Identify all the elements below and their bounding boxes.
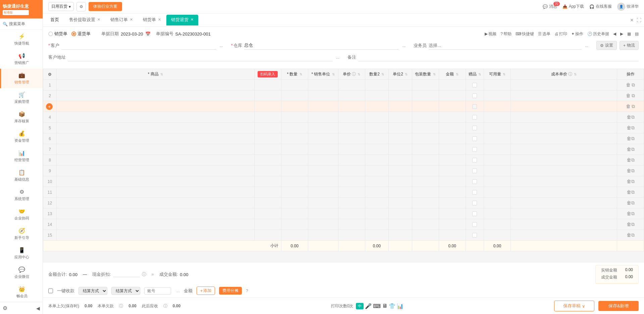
tab-price-setup-close[interactable]: ✕: [97, 17, 100, 22]
copy-row-7[interactable]: ⧉: [631, 146, 635, 152]
available-sort-icon[interactable]: ⇅: [503, 72, 505, 76]
help-link[interactable]: ? 帮助: [500, 31, 512, 37]
collapse-icon[interactable]: ◀: [36, 306, 40, 311]
address-picker-icon[interactable]: ...: [336, 55, 339, 60]
delete-row-13[interactable]: 🗑: [627, 211, 631, 216]
delete-row-3[interactable]: 🗑: [626, 104, 631, 109]
sidebar-nav-item-guide[interactable]: 🧭 新手引导: [0, 224, 43, 244]
copy-row-13[interactable]: ⧉: [631, 211, 635, 216]
close-all-icon[interactable]: ✕: [630, 17, 634, 23]
warehouse-picker-icon[interactable]: ...: [402, 43, 406, 48]
remark-input[interactable]: [358, 53, 639, 61]
monitor-icon[interactable]: 🖥: [382, 303, 387, 309]
delete-row-8[interactable]: 🗑: [627, 157, 631, 163]
grid-view-button[interactable]: ▦: [627, 32, 631, 36]
copy-row-2[interactable]: ⧉: [632, 93, 635, 98]
customer-input[interactable]: [61, 42, 216, 50]
tab-sales-return-close[interactable]: ✕: [191, 17, 194, 22]
sidebar-nav-item-member[interactable]: 👑 畅会员: [0, 282, 43, 302]
delete-row-15[interactable]: 🗑: [627, 232, 631, 238]
chart-icon[interactable]: 📊: [397, 303, 404, 309]
keyboard-icon[interactable]: ⌨: [373, 303, 381, 309]
copy-row-11[interactable]: ⧉: [631, 189, 635, 195]
sidebar-nav-item-finance[interactable]: 💰 资金管理: [0, 127, 43, 146]
expand-tab-icon[interactable]: ⛶: [637, 17, 641, 23]
salesperson-input[interactable]: [429, 42, 582, 50]
delete-row-6[interactable]: 🗑: [627, 136, 631, 141]
account-input[interactable]: [144, 287, 171, 295]
copy-row-15[interactable]: ⧉: [631, 232, 635, 238]
sidebar-nav-item-basic[interactable]: 📋 基础信息: [0, 166, 43, 185]
order-balance-info[interactable]: ⓘ: [119, 303, 123, 309]
delete-row-2[interactable]: 🗑: [626, 93, 631, 98]
gift-checkbox-5[interactable]: [472, 126, 477, 130]
user-menu[interactable]: 👤 徐泽华: [617, 3, 639, 11]
add-row-button[interactable]: +: [46, 103, 53, 110]
table-gear-icon[interactable]: ⚙: [48, 72, 52, 77]
message-button[interactable]: 💬 消息 70: [543, 4, 557, 9]
print-link[interactable]: 🖨 打印: [554, 31, 567, 37]
product-input-3[interactable]: [59, 104, 252, 109]
tab-sales-delivery[interactable]: 销货单 ✕: [138, 15, 166, 25]
gift-checkbox-12[interactable]: [472, 201, 477, 205]
setting-button[interactable]: ⚙ 设置: [596, 41, 617, 50]
sidebar-nav-item-operations[interactable]: 📊 经营管理: [0, 146, 43, 166]
salesperson-picker-icon[interactable]: ...: [585, 43, 588, 48]
customer-picker-icon[interactable]: ...: [220, 43, 223, 48]
one-click-checkbox[interactable]: [48, 289, 53, 293]
tshirt-icon[interactable]: 👕: [389, 303, 395, 309]
copy-row-5[interactable]: ⧉: [631, 125, 635, 130]
gift-checkbox-2[interactable]: [472, 93, 477, 98]
tab-sales-delivery-close[interactable]: ✕: [158, 17, 161, 22]
gift-checkbox-11[interactable]: [472, 190, 477, 195]
tab-sales-order-close[interactable]: ✕: [130, 17, 133, 22]
copy-row-14[interactable]: ⧉: [631, 222, 635, 227]
sidebar-nav-item-wechat[interactable]: 💬 企业微信: [0, 263, 43, 282]
operate-link[interactable]: ✦ 操作: [571, 31, 583, 37]
copy-row-3[interactable]: ⧉: [632, 104, 635, 109]
cost-price-sort-icon[interactable]: ⇅: [574, 72, 577, 76]
save-draft-button[interactable]: 保存草稿 ∨: [554, 301, 594, 311]
gift-checkbox-14[interactable]: [472, 222, 477, 227]
sidebar-nav-item-enterprise[interactable]: 🤝 企业协同: [0, 205, 43, 224]
gift-sort-icon[interactable]: ⇅: [478, 72, 481, 76]
experience-button[interactable]: 体验行业方案: [89, 2, 122, 11]
delete-row-9[interactable]: 🗑: [627, 168, 631, 173]
video-link[interactable]: ▶ 视频: [485, 31, 496, 37]
expense-help-icon[interactable]: ?: [246, 289, 248, 293]
scan-input-button[interactable]: 扫码录入: [258, 71, 278, 77]
daily-select[interactable]: 日用百货 ▾: [48, 2, 74, 11]
copy-row-10[interactable]: ⧉: [631, 179, 635, 184]
delete-row-5[interactable]: 🗑: [627, 125, 631, 130]
sales-unit-sort-icon[interactable]: ⇅: [332, 72, 335, 76]
pkg-qty-sort-icon[interactable]: ⇅: [433, 72, 436, 76]
radio-return-bill[interactable]: 退货单: [71, 31, 91, 37]
unit2-sort-icon[interactable]: ⇅: [405, 72, 408, 76]
topbar-gear-button[interactable]: ⚙: [76, 2, 86, 11]
warehouse-input[interactable]: [244, 42, 399, 50]
next-record-button[interactable]: ▶: [620, 32, 623, 36]
address-input[interactable]: [68, 53, 333, 61]
sidebar-nav-item-quick-nav[interactable]: ⚡ 快捷导航: [0, 30, 43, 49]
delete-row-10[interactable]: 🗑: [627, 179, 631, 184]
calendar-icon[interactable]: 📅: [145, 32, 151, 37]
gift-checkbox-9[interactable]: [472, 169, 477, 173]
tab-sales-order[interactable]: 销售订单 ✕: [106, 15, 138, 25]
copy-row-8[interactable]: ⧉: [631, 157, 635, 163]
gift-checkbox-6[interactable]: [472, 136, 477, 141]
copy-row-4[interactable]: ⧉: [631, 114, 635, 120]
gift-checkbox-7[interactable]: [472, 147, 477, 152]
product-sort-icon[interactable]: ⇅: [160, 72, 163, 76]
shortcut-link[interactable]: ⌨ 快捷键: [516, 31, 534, 37]
delete-row-14[interactable]: 🗑: [627, 222, 631, 227]
qty2-sort-icon[interactable]: ⇅: [381, 72, 384, 76]
app-download-button[interactable]: 📥 App下载: [562, 4, 584, 9]
sidebar-nav-item-purchase[interactable]: 🛒 采购管理: [0, 88, 43, 108]
delete-row-11[interactable]: 🗑: [627, 189, 631, 195]
logistics-button[interactable]: + 物流: [620, 41, 639, 50]
tab-sales-return[interactable]: 销货退货 ✕: [166, 15, 198, 25]
gift-checkbox-15[interactable]: [472, 233, 477, 238]
microphone-icon[interactable]: 🎤: [365, 303, 372, 309]
gift-checkbox-1[interactable]: [472, 83, 477, 87]
select-link[interactable]: ☰ 选单: [538, 31, 550, 37]
